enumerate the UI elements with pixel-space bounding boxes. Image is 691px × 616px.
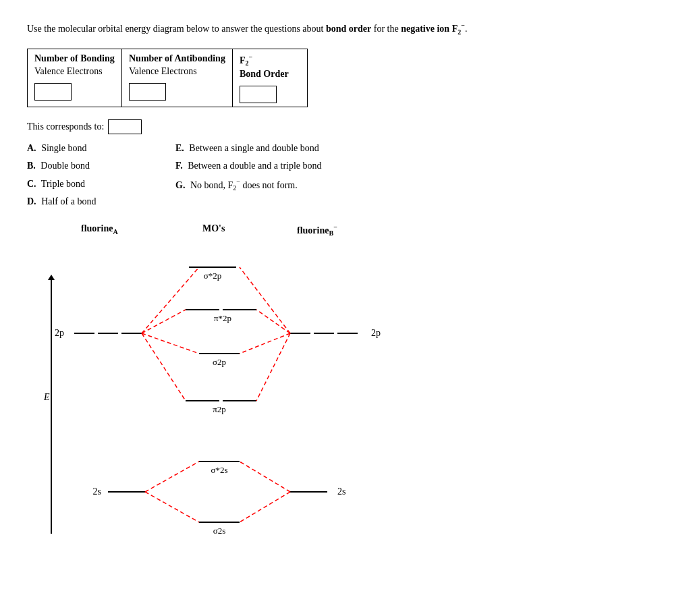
svg-line-29 (256, 333, 290, 401)
svg-line-33 (240, 333, 290, 354)
svg-line-35 (145, 492, 199, 522)
svg-text:σ2p: σ2p (213, 357, 226, 367)
diagram-section: fluorineA MO's fluorineB− E σ*2p π*2p σ2… (40, 223, 664, 601)
option-c: C. Triple bond (27, 177, 175, 192)
option-e: E. Between a single and double bond (175, 141, 664, 156)
svg-text:π2p: π2p (213, 404, 226, 414)
svg-line-28 (240, 267, 290, 333)
corresponds-label: This corresponds to: (27, 121, 104, 132)
svg-text:2p: 2p (371, 328, 381, 338)
svg-text:σ*2p: σ*2p (204, 271, 222, 281)
bonding-electrons-input[interactable] (34, 83, 72, 101)
col-bond-order: F2−Bond Order (233, 49, 307, 107)
col-bonding-header: Number of BondingValence Electrons (34, 53, 115, 77)
svg-line-26 (142, 267, 199, 333)
svg-line-36 (240, 461, 290, 492)
svg-text:π*2p: π*2p (214, 313, 231, 323)
svg-text:σ*2s: σ*2s (211, 465, 227, 475)
mo-diagram-svg: σ*2p π*2p σ2p π2p σ*2s σ2s 2p 2s (40, 223, 418, 601)
svg-line-31 (142, 333, 199, 354)
corresponds-row: This corresponds to: (27, 119, 664, 134)
svg-line-32 (256, 310, 290, 333)
intro-text: Use the molecular orbital energy diagram… (27, 20, 664, 36)
bond-order-input[interactable] (240, 86, 277, 103)
corresponds-input[interactable] (108, 119, 142, 134)
svg-line-27 (142, 333, 186, 401)
col-antibonding-header: Number of AntibondingValence Electrons (129, 53, 225, 77)
svg-line-30 (142, 310, 186, 333)
col-bond-order-header: F2−Bond Order (240, 53, 300, 80)
svg-text:2s: 2s (337, 486, 346, 497)
antibonding-electrons-input[interactable] (129, 83, 166, 101)
svg-line-34 (145, 461, 199, 492)
svg-text:2s: 2s (93, 486, 101, 497)
option-f: F. Between a double and a triple bond (175, 159, 664, 173)
options-left: A. Single bond B. Double bond C. Triple … (27, 141, 175, 210)
svg-text:2p: 2p (55, 328, 64, 338)
col-antibonding: Number of AntibondingValence Electrons (122, 49, 233, 107)
option-g: G. No bond, F2− does not form. (175, 177, 664, 194)
col-bonding: Number of BondingValence Electrons (28, 49, 122, 107)
options-right: E. Between a single and double bond F. B… (175, 141, 664, 210)
svg-line-37 (240, 492, 290, 522)
table: Number of BondingValence Electrons Numbe… (27, 49, 308, 107)
option-a: A. Single bond (27, 141, 175, 156)
option-d: D. Half of a bond (27, 194, 175, 209)
svg-text:σ2s: σ2s (213, 526, 226, 536)
options-section: A. Single bond B. Double bond C. Triple … (27, 141, 664, 210)
option-b: B. Double bond (27, 159, 175, 173)
